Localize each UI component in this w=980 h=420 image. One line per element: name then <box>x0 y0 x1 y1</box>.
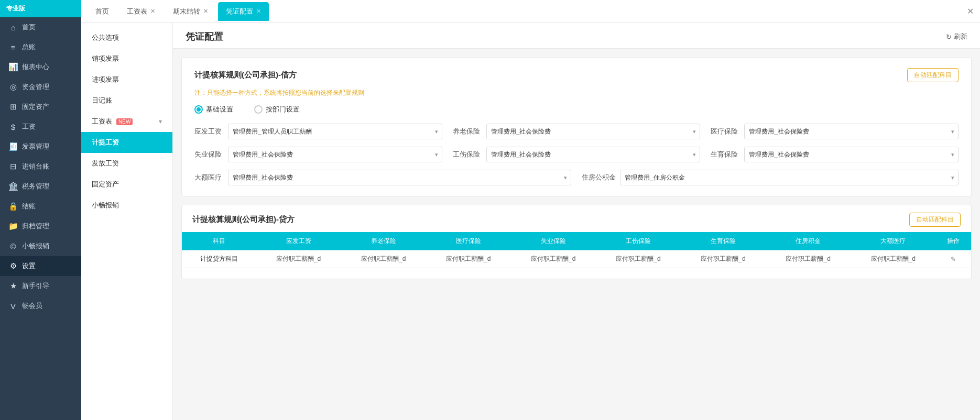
td-da-e: 应付职工薪酬_d <box>851 250 935 268</box>
field-ying-fa-gongzi: 应发工资 管理费用_管理人员职工薪酬 ▾ <box>194 124 442 139</box>
home-icon: ⌂ <box>8 23 18 32</box>
sidebar-item-beginner-guide[interactable]: ★ 新手引导 <box>0 276 81 296</box>
td-yi-liao: 应付职工薪酬_d <box>426 250 511 268</box>
td-shi-ye-value: 应付职工薪酬_d <box>531 255 575 262</box>
radio-dept-setting[interactable]: 按部门设置 <box>254 105 300 114</box>
close-voucher-config-tab[interactable]: ✕ <box>256 8 261 15</box>
th-zhu-fang: 住房积金 <box>766 232 851 250</box>
app-title: 专业版 <box>0 0 81 17</box>
sidebar-item-fixed-assets[interactable]: ⊞ 固定资产 <box>0 97 81 117</box>
td-sheng-yu-value: 应付职工薪酬_d <box>701 255 745 262</box>
sidebar-item-report-center[interactable]: 📊 报表中心 <box>0 57 81 77</box>
td-da-e-value: 应付职工薪酬_d <box>871 255 916 262</box>
form-grid-row3: 大额医疗 管理费用_社会保险费 ▾ 住房公积金 管理费用_住房公积金 <box>194 170 959 185</box>
th-shi-ye: 失业保险 <box>511 232 596 250</box>
fund-icon: ◎ <box>8 82 18 92</box>
sidebar-item-salary[interactable]: $ 工资 <box>0 117 81 137</box>
label-gong-shang: 工伤保险 <box>453 150 482 159</box>
left-nav-public-options[interactable]: 公共选项 <box>81 27 172 48</box>
th-da-e: 大额医疗 <box>851 232 935 250</box>
sidebar-item-xiaochange-report[interactable]: © 小畅报销 <box>0 236 81 256</box>
sidebar: 专业版 ⌂ 首页 ≡ 总账 📊 报表中心 ◎ 资金管理 ⊞ 固定资产 $ 工资 … <box>0 0 81 420</box>
tab-voucher-config[interactable]: 凭证配置 ✕ <box>218 2 269 21</box>
sidebar-item-home[interactable]: ⌂ 首页 <box>0 17 81 37</box>
credit-section-title: 计提核算规则(公司承担)-贷方 <box>192 215 295 225</box>
field-zhu-fang: 住房公积金 管理费用_住房公积金 ▾ <box>582 170 959 185</box>
select-yi-liao[interactable]: 管理费用_社会保险费 <box>744 124 959 139</box>
td-yang-lao: 应付职工薪酬_d <box>341 250 426 268</box>
fixed-assets-icon: ⊞ <box>8 102 18 112</box>
sidebar-item-general-ledger[interactable]: ≡ 总账 <box>0 37 81 57</box>
tab-home[interactable]: 首页 <box>88 2 117 21</box>
sidebar-item-invoice-management[interactable]: 🧾 发票管理 <box>0 137 81 157</box>
debit-section-header: 计提核算规则(公司承担)-借方 自动匹配科目 <box>194 68 959 82</box>
page-title: 凭证配置 <box>186 30 223 43</box>
select-da-e[interactable]: 管理费用_社会保险费 <box>228 170 571 185</box>
radio-basic-setting[interactable]: 基础设置 <box>194 105 233 114</box>
left-nav-xiaochange-expense[interactable]: 小畅报销 <box>81 195 172 216</box>
left-nav-cancellation-invoice[interactable]: 销项发票 <box>81 48 172 69</box>
radio-group: 基础设置 按部门设置 <box>194 105 959 114</box>
select-shi-ye[interactable]: 管理费用_社会保险费 <box>228 147 442 162</box>
label-ying-fa-gongzi: 应发工资 <box>194 127 224 136</box>
tab-period-close[interactable]: 期末结转 ✕ <box>165 2 216 21</box>
sidebar-item-settings[interactable]: ⚙ 设置 <box>0 256 81 276</box>
left-nav-payroll-table[interactable]: 工资表 NEW ▾ <box>81 111 172 132</box>
xiaochange-icon: © <box>8 242 18 251</box>
select-wrapper-shi-ye: 管理费用_社会保险费 ▾ <box>228 147 442 162</box>
purchase-icon: ⊟ <box>8 162 18 171</box>
form-grid-row2: 失业保险 管理费用_社会保险费 ▾ 工伤保险 管理费用_社会保险费 <box>194 147 959 162</box>
tabs-bar: 首页 工资表 ✕ 期末结转 ✕ 凭证配置 ✕ ✕ <box>81 0 980 23</box>
select-wrapper-yi-liao: 管理费用_社会保险费 ▾ <box>744 124 959 139</box>
debit-section-title: 计提核算规则(公司承担)-借方 <box>194 70 297 80</box>
select-zhu-fang[interactable]: 管理费用_住房公积金 <box>620 170 959 185</box>
select-gong-shang[interactable]: 管理费用_社会保险费 <box>486 147 701 162</box>
page-content: 公共选项 销项发票 进项发票 日记账 工资表 NEW ▾ 计提工资 发放工资 <box>81 23 980 420</box>
settings-icon: ⚙ <box>8 261 18 271</box>
tab-payroll[interactable]: 工资表 ✕ <box>119 2 163 21</box>
credit-auto-match-btn[interactable]: 自动匹配科目 <box>909 213 961 227</box>
main-area: 首页 工资表 ✕ 期末结转 ✕ 凭证配置 ✕ ✕ 公共选项 销项发票 进项发票 <box>81 0 980 420</box>
th-yi-liao: 医疗保险 <box>426 232 511 250</box>
label-yang-lao: 养老保险 <box>453 127 482 136</box>
field-gong-shang: 工伤保险 管理费用_社会保险费 ▾ <box>453 147 701 162</box>
new-badge: NEW <box>116 118 133 125</box>
td-yi-liao-value: 应付职工薪酬_d <box>446 255 491 262</box>
sidebar-item-purchase-sales[interactable]: ⊟ 进销台账 <box>0 157 81 176</box>
radio-basic-indicator <box>194 105 203 114</box>
sidebar-item-closing[interactable]: 🔒 结账 <box>0 196 81 216</box>
left-nav-journal[interactable]: 日记账 <box>81 90 172 111</box>
field-yang-lao: 养老保险 管理费用_社会保险费 ▾ <box>453 124 701 139</box>
label-da-e-yiliao: 大额医疗 <box>194 173 224 182</box>
refresh-btn[interactable]: ↻ 刷新 <box>946 32 967 41</box>
label-yi-liao: 医疗保险 <box>711 127 740 136</box>
label-sheng-yu: 生育保险 <box>711 150 740 159</box>
sidebar-item-vip-member[interactable]: V 畅会员 <box>0 296 81 316</box>
td-edit-action[interactable]: ✎ <box>935 250 971 268</box>
select-wrapper-da-e: 管理费用_社会保险费 ▾ <box>228 170 571 185</box>
th-sheng-yu: 生育保险 <box>681 232 766 250</box>
field-shi-ye: 失业保险 管理费用_社会保险费 ▾ <box>194 147 442 162</box>
select-sheng-yu[interactable]: 管理费用_社会保险费 <box>744 147 959 162</box>
sidebar-item-archive-management[interactable]: 📁 归档管理 <box>0 216 81 236</box>
sidebar-item-fund-management[interactable]: ◎ 资金管理 <box>0 77 81 97</box>
left-nav-calc-salary[interactable]: 计提工资 <box>81 132 172 153</box>
debit-auto-match-btn[interactable]: 自动匹配科目 <box>907 68 959 82</box>
refresh-icon: ↻ <box>946 33 952 41</box>
th-subject: 科目 <box>182 232 256 250</box>
edit-row-icon[interactable]: ✎ <box>951 256 956 263</box>
sidebar-item-tax-management[interactable]: 🏦 税务管理 <box>0 176 81 196</box>
close-panel-btn[interactable]: ✕ <box>967 6 974 16</box>
td-gong-shang-value: 应付职工薪酬_d <box>616 255 660 262</box>
close-payroll-tab[interactable]: ✕ <box>150 8 155 15</box>
select-ying-fa-gongzi[interactable]: 管理费用_管理人员职工薪酬 <box>228 124 442 139</box>
left-nav-issue-salary[interactable]: 发放工资 <box>81 153 172 174</box>
left-nav-fixed-assets[interactable]: 固定资产 <box>81 174 172 195</box>
select-yang-lao[interactable]: 管理费用_社会保险费 <box>486 124 701 139</box>
radio-dept-indicator <box>254 105 263 114</box>
left-nav-input-invoice[interactable]: 进项发票 <box>81 69 172 90</box>
close-period-close-tab[interactable]: ✕ <box>203 8 208 15</box>
vip-icon: V <box>8 302 18 311</box>
td-sheng-yu: 应付职工薪酬_d <box>681 250 766 268</box>
field-yi-liao: 医疗保险 管理费用_社会保险费 ▾ <box>711 124 959 139</box>
